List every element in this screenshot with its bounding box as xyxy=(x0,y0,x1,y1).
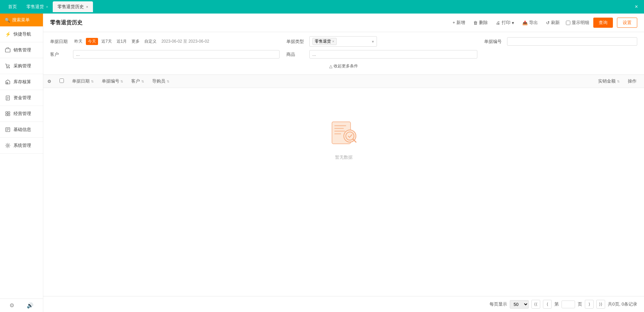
sidebar-item-system-mgmt[interactable]: 系统管理 xyxy=(0,138,43,154)
th-spacer xyxy=(173,75,594,88)
data-table: ⚙ 单据日期 ⇅ 单据编号 ⇅ 客户 xyxy=(43,75,644,187)
date-option-today[interactable]: 今天 xyxy=(86,38,98,45)
prev-page-button[interactable]: ⟨ xyxy=(543,300,552,309)
settings-gear-icon[interactable]: ⚙ xyxy=(9,302,14,309)
delete-icon: 🗑 xyxy=(473,20,478,25)
pagination-bar: 每页显示 10 20 50 100 ⟨⟨ ⟨ 第 1 页 ⟩ ⟩⟩ 共0页, 0… xyxy=(43,296,644,312)
th-customer[interactable]: 客户 ⇅ xyxy=(127,75,148,88)
window-close-button[interactable]: × xyxy=(632,4,641,10)
operations-icon xyxy=(5,111,11,117)
guide-sort-icon: ⇅ xyxy=(167,80,169,83)
tab-retail-return-history[interactable]: 零售退货历史 × xyxy=(53,1,93,12)
delete-button[interactable]: 🗑 删除 xyxy=(471,18,490,27)
customer-filter: 客户 xyxy=(50,50,280,59)
basic-info-icon xyxy=(5,127,11,133)
svg-rect-13 xyxy=(334,128,344,129)
total-records: 共0页, 0条记录 xyxy=(608,301,637,307)
page-number-input[interactable]: 1 xyxy=(562,300,575,308)
doc-type-filter: 单据类型 零售退货 × ▾ xyxy=(286,36,478,47)
sidebar-item-quick-nav[interactable]: ⚡ 快捷导航 xyxy=(0,26,43,42)
page-header: 零售退货历史 + 新增 🗑 删除 🖨 打印 ▾ 📤 导出 xyxy=(43,14,644,32)
svg-rect-8 xyxy=(8,114,10,116)
refresh-button[interactable]: ↺ 刷新 xyxy=(544,18,562,27)
sidebar-item-finance-mgmt[interactable]: 资金管理 xyxy=(0,90,43,106)
doc-number-label: 单据编号 xyxy=(484,39,504,45)
settings-button[interactable]: 设置 xyxy=(617,18,637,28)
main-layout: 🔍 搜索菜单 ⚡ 快捷导航 销售管理 采购管理 库存核算 xyxy=(0,14,644,312)
empty-state-row: 暂无数据 xyxy=(43,88,644,188)
svg-point-10 xyxy=(7,145,9,147)
date-filter: 单据日期 昨天 今天 近7天 近1月 更多 自定义 2023-06-02 至 2… xyxy=(50,38,280,45)
table-body: 暂无数据 xyxy=(43,88,644,188)
date-option-yesterday[interactable]: 昨天 xyxy=(73,38,84,45)
collapse-icon: △ xyxy=(329,64,332,69)
new-button[interactable]: + 新增 xyxy=(451,18,467,27)
th-settings[interactable]: ⚙ xyxy=(43,75,55,88)
sidebar-item-inventory[interactable]: 库存核算 xyxy=(0,74,43,90)
doc-type-tag: 零售退货 × xyxy=(312,38,337,45)
first-page-button[interactable]: ⟨⟨ xyxy=(531,300,540,309)
per-page-select[interactable]: 10 20 50 100 xyxy=(510,300,529,309)
sidebar-search[interactable]: 🔍 搜索菜单 xyxy=(0,14,43,26)
sidebar-item-operations-mgmt[interactable]: 经营管理 xyxy=(0,106,43,122)
customer-sort-icon: ⇅ xyxy=(141,80,144,83)
th-amount[interactable]: 实销金额 ⇅ xyxy=(594,75,624,88)
show-detail-input[interactable] xyxy=(566,21,570,25)
th-number[interactable]: 单据编号 ⇅ xyxy=(98,75,127,88)
sidebar-item-purchase-mgmt[interactable]: 采购管理 xyxy=(0,58,43,74)
th-date[interactable]: 单据日期 ⇅ xyxy=(68,75,98,88)
doc-number-filter: 单据编号 xyxy=(484,37,637,46)
svg-rect-12 xyxy=(334,125,346,126)
print-dropdown-icon: ▾ xyxy=(512,20,514,25)
svg-rect-15 xyxy=(334,133,341,134)
select-all-checkbox[interactable] xyxy=(59,79,64,83)
th-guide[interactable]: 导购员 ⇅ xyxy=(148,75,173,88)
customer-input[interactable] xyxy=(73,50,280,59)
doc-type-tag-close[interactable]: × xyxy=(332,40,334,43)
th-checkbox[interactable] xyxy=(55,75,68,88)
date-range-value: 2023-06-02 至 2023-06-02 xyxy=(161,39,209,44)
table-header-row: ⚙ 单据日期 ⇅ 单据编号 ⇅ 客户 xyxy=(43,75,644,88)
doc-type-select[interactable]: 零售退货 × ▾ xyxy=(309,36,377,47)
tab-home[interactable]: 首页 xyxy=(3,1,22,12)
svg-point-2 xyxy=(9,67,9,68)
goods-filter: 商品 xyxy=(286,50,478,59)
print-icon: 🖨 xyxy=(496,20,500,25)
purchase-icon xyxy=(5,63,11,69)
next-page-button[interactable]: ⟩ xyxy=(585,300,594,309)
filter-area: 单据日期 昨天 今天 近7天 近1月 更多 自定义 2023-06-02 至 2… xyxy=(43,32,644,75)
sidebar-bottom: ⚙ 🔊 xyxy=(0,298,43,312)
print-button[interactable]: 🖨 打印 ▾ xyxy=(494,18,516,27)
customer-label: 客户 xyxy=(50,51,70,58)
svg-rect-5 xyxy=(6,112,7,113)
last-page-button[interactable]: ⟩⟩ xyxy=(596,300,605,309)
collapse-filter-button[interactable]: △ 收起更多条件 xyxy=(328,62,359,70)
tab-retail-return-history-close[interactable]: × xyxy=(86,5,88,9)
show-detail-checkbox[interactable]: 显示明细 xyxy=(566,20,589,26)
empty-illustration xyxy=(327,115,361,149)
doc-number-input[interactable] xyxy=(507,37,637,46)
number-sort-icon: ⇅ xyxy=(120,80,123,83)
sidebar-item-basic-info[interactable]: 基础信息 xyxy=(0,122,43,138)
goods-label: 商品 xyxy=(286,51,307,58)
query-button[interactable]: 查询 xyxy=(593,18,613,28)
refresh-icon: ↺ xyxy=(546,20,550,25)
table-area: ⚙ 单据日期 ⇅ 单据编号 ⇅ 客户 xyxy=(43,75,644,296)
filter-row-1: 单据日期 昨天 今天 近7天 近1月 更多 自定义 2023-06-02 至 2… xyxy=(50,36,637,47)
date-option-1month[interactable]: 近1月 xyxy=(115,38,128,45)
empty-text: 暂无数据 xyxy=(335,154,353,160)
date-option-custom[interactable]: 自定义 xyxy=(143,38,158,45)
date-option-more[interactable]: 更多 xyxy=(130,38,141,45)
sidebar-item-sales-mgmt[interactable]: 销售管理 xyxy=(0,42,43,58)
tab-retail-return[interactable]: 零售退货 × xyxy=(22,1,53,12)
export-button[interactable]: 📤 导出 xyxy=(520,18,540,27)
svg-point-1 xyxy=(7,67,7,68)
date-option-7days[interactable]: 近7天 xyxy=(100,38,113,45)
tab-retail-return-close[interactable]: × xyxy=(46,5,48,9)
content-area: 零售退货历史 + 新增 🗑 删除 🖨 打印 ▾ 📤 导出 xyxy=(43,14,644,312)
date-sort-icon: ⇅ xyxy=(91,80,94,83)
svg-rect-14 xyxy=(334,131,345,132)
volume-icon[interactable]: 🔊 xyxy=(27,302,33,309)
goods-input[interactable] xyxy=(309,50,478,59)
filter-row-2: 客户 商品 xyxy=(50,50,637,59)
